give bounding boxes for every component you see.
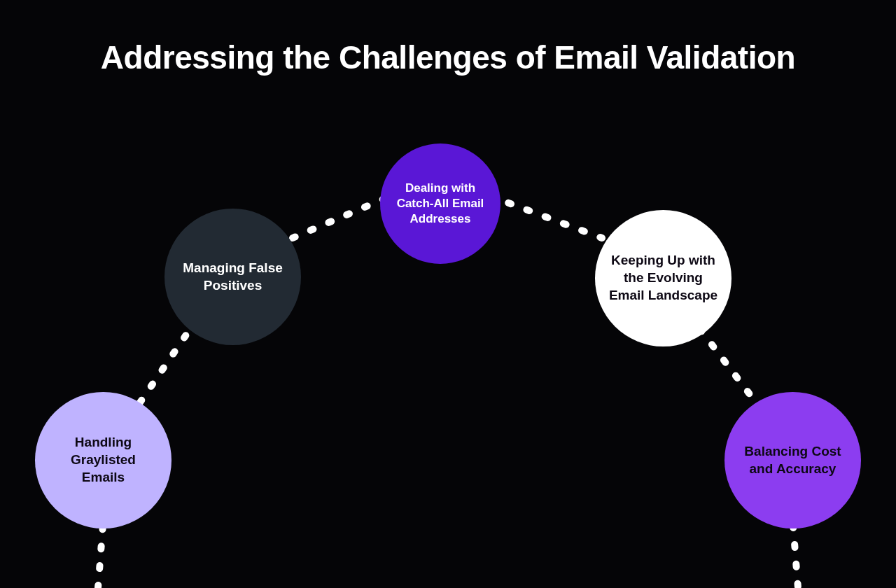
- node-label: Keeping Up with the Evolving Email Lands…: [608, 252, 719, 304]
- node-label: Managing False Positives: [177, 260, 288, 294]
- node-evolving-landscape: Keeping Up with the Evolving Email Lands…: [595, 210, 732, 346]
- connector-3-4: [490, 196, 602, 238]
- connector-1-2: [140, 326, 192, 402]
- connector-2-3: [293, 196, 391, 238]
- connector-tail-left: [98, 525, 103, 588]
- node-label: Balancing Cost and Accuracy: [737, 443, 848, 477]
- node-cost-accuracy: Balancing Cost and Accuracy: [724, 392, 861, 528]
- connector-4-5: [700, 329, 756, 402]
- node-label: Handling Graylisted Emails: [48, 434, 159, 486]
- node-label: Dealing with Catch-All Email Addresses: [393, 181, 488, 227]
- connector-tail-right: [793, 525, 798, 588]
- arc-diagram: Handling Graylisted Emails Managing Fals…: [0, 0, 896, 588]
- node-graylisted-emails: Handling Graylisted Emails: [35, 392, 172, 528]
- node-false-positives: Managing False Positives: [164, 209, 301, 345]
- node-catch-all: Dealing with Catch-All Email Addresses: [380, 144, 500, 264]
